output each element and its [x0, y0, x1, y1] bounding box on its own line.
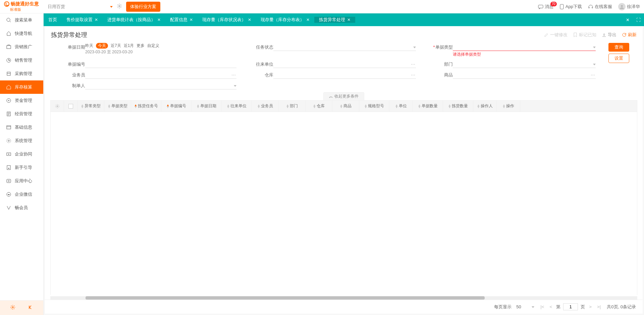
- warehouse-input[interactable]: [273, 71, 416, 79]
- per-page-select[interactable]: 50: [516, 304, 534, 309]
- column-settings[interactable]: [51, 101, 64, 112]
- bill-type-input[interactable]: [453, 43, 596, 51]
- maker-input[interactable]: [85, 81, 236, 89]
- app-header: 畅捷通好生意 标准版 日用百货 体验行业方案 消息 70 App下载 在线客服 …: [0, 0, 644, 13]
- close-icon[interactable]: ✕: [95, 17, 98, 22]
- salesman-input[interactable]: [85, 71, 236, 79]
- column-header[interactable]: ▲▼操作人: [473, 101, 497, 112]
- svg-point-18: [8, 180, 9, 182]
- date-option[interactable]: 近7天: [111, 43, 121, 49]
- table: ▲▼异常类型▲▼单据类型▲▼拣货任务号▲▼单据编号▲▼单据日期▲▼往来单位▲▼业…: [45, 100, 643, 300]
- sidebar-item-1[interactable]: 快捷导航: [0, 27, 43, 40]
- tab-0[interactable]: 首页: [44, 17, 62, 23]
- batch-edit-action[interactable]: 一键修改: [544, 32, 568, 38]
- sidebar-item-10[interactable]: 企业协同: [0, 147, 43, 161]
- horizontal-scrollbar[interactable]: [50, 296, 637, 300]
- column-header[interactable]: ▲▼商品: [332, 101, 359, 112]
- date-option[interactable]: 更多: [137, 43, 145, 49]
- sidebar-item-12[interactable]: 应用中心: [0, 174, 43, 188]
- column-header[interactable]: ▲▼部门: [279, 101, 306, 112]
- date-option[interactable]: 昨天: [85, 43, 93, 49]
- support-link[interactable]: 在线客服: [588, 4, 612, 10]
- partner-input[interactable]: [273, 60, 416, 68]
- messages-link[interactable]: 消息 70: [538, 4, 553, 10]
- close-icon[interactable]: ✕: [306, 17, 310, 22]
- category-dropdown[interactable]: 日用百货: [48, 4, 113, 10]
- date-option[interactable]: 自定义: [147, 43, 159, 49]
- column-header[interactable]: ▲▼单据数量: [413, 101, 443, 112]
- chevron-down-icon: [411, 45, 416, 50]
- refresh-action[interactable]: 刷新: [622, 32, 637, 38]
- column-header[interactable]: ▲▼仓库: [306, 101, 332, 112]
- prev-page-button[interactable]: <: [548, 304, 553, 310]
- refresh-icon: [622, 33, 627, 37]
- column-header[interactable]: ▲▼异常类型: [77, 101, 104, 112]
- collapse-filters-button[interactable]: ︽ 收起更多条件: [323, 92, 364, 100]
- column-header[interactable]: ▲▼单据日期: [192, 101, 222, 112]
- query-button[interactable]: 查询: [608, 43, 629, 52]
- column-header[interactable]: ▲▼业务员: [252, 101, 279, 112]
- per-page-label: 每页显示: [494, 304, 512, 310]
- svg-rect-3: [560, 4, 564, 9]
- footer-collapse-icon[interactable]: [28, 305, 33, 311]
- tab-5[interactable]: 现存量（库存分布表）✕: [256, 17, 314, 23]
- tab-2[interactable]: 进货单统计表（按商品）✕: [103, 17, 165, 23]
- bill-no-input[interactable]: [85, 60, 236, 68]
- goods-input[interactable]: [453, 71, 596, 79]
- task-status-input[interactable]: [273, 43, 416, 51]
- svg-point-5: [7, 18, 10, 21]
- tab-6[interactable]: 拣货异常处理✕: [314, 17, 355, 23]
- close-icon[interactable]: ✕: [157, 17, 161, 22]
- column-header[interactable]: ▲▼操作: [497, 101, 520, 112]
- column-header[interactable]: ▲▼单位: [389, 101, 413, 112]
- date-option[interactable]: 今天: [96, 43, 108, 49]
- last-page-button[interactable]: >|: [596, 304, 602, 310]
- app-download-link[interactable]: App下载: [559, 4, 582, 10]
- sort-icon: ▲▼: [418, 104, 421, 108]
- column-header[interactable]: ▲▼单据编号: [161, 101, 192, 112]
- cta-button[interactable]: 体验行业方案: [126, 2, 160, 12]
- column-header[interactable]: ▲▼规格型号: [359, 101, 389, 112]
- sidebar-item-5[interactable]: 库存核算: [0, 80, 43, 94]
- pagination: 每页显示 50 |< < 第 页 > >| 共0页, 0条记录: [45, 300, 643, 314]
- close-icon[interactable]: ✕: [347, 17, 351, 22]
- sidebar-item-11[interactable]: 新手引导: [0, 161, 43, 174]
- tab-3[interactable]: 配置信息✕: [165, 17, 198, 23]
- tab-4[interactable]: 现存量（库存状况表）✕: [198, 17, 256, 23]
- first-page-button[interactable]: |<: [539, 304, 545, 310]
- sidebar-item-9[interactable]: 系统管理: [0, 134, 43, 147]
- sidebar-item-6[interactable]: 资金管理: [0, 94, 43, 107]
- footer-settings-icon[interactable]: [10, 305, 15, 311]
- mark-known-action[interactable]: 标记已知: [573, 32, 596, 38]
- sidebar-item-4[interactable]: 采购管理: [0, 67, 43, 80]
- sidebar-item-8[interactable]: 基础信息: [0, 121, 43, 134]
- sidebar-item-label: 销售管理: [15, 57, 32, 63]
- tab-1[interactable]: 售价提取设置✕: [62, 17, 103, 23]
- fullscreen-toggle[interactable]: ⛶: [633, 17, 644, 22]
- sidebar-item-2[interactable]: 营销推广: [0, 40, 43, 54]
- sidebar-item-3[interactable]: 销售管理: [0, 54, 43, 67]
- column-header[interactable]: ▲▼拣货任务号: [131, 101, 161, 112]
- svg-rect-16: [7, 166, 10, 170]
- close-icon[interactable]: ✕: [248, 17, 251, 22]
- sidebar-item-14[interactable]: 畅会员: [0, 201, 43, 214]
- sidebar-item-13[interactable]: 企业微信: [0, 188, 43, 201]
- close-all-tabs[interactable]: ✕: [623, 17, 633, 22]
- close-icon[interactable]: ✕: [190, 17, 193, 22]
- column-header[interactable]: ▲▼拣货数量: [443, 101, 473, 112]
- column-header[interactable]: ▲▼单据类型: [104, 101, 131, 112]
- task-status-label: 任务状态: [247, 43, 273, 50]
- dept-input[interactable]: [453, 60, 596, 68]
- filter-settings-button[interactable]: 设置: [608, 54, 629, 63]
- user-menu[interactable]: 徐泽华: [618, 3, 640, 10]
- column-header[interactable]: ▲▼往来单位: [222, 101, 252, 112]
- page-input[interactable]: [563, 303, 578, 310]
- settings-icon[interactable]: [117, 3, 122, 10]
- export-action[interactable]: 导出: [602, 32, 616, 38]
- date-option[interactable]: 近1月: [124, 43, 134, 49]
- select-all[interactable]: [64, 101, 77, 112]
- username-label: 徐泽华: [627, 4, 640, 10]
- next-page-button[interactable]: >: [588, 304, 593, 310]
- sidebar-item-0[interactable]: 搜索菜单: [0, 13, 43, 27]
- sidebar-item-7[interactable]: 经营管理: [0, 107, 43, 121]
